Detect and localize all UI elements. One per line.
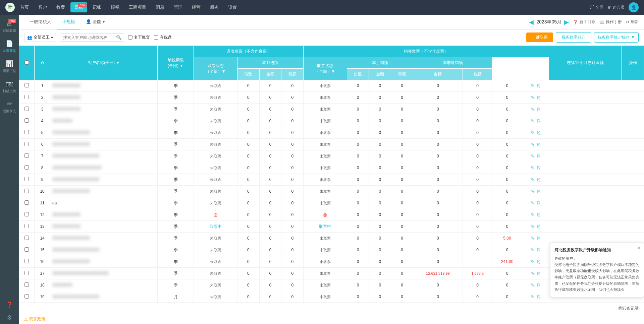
- tab-all[interactable]: 👤 全能 ▾: [80, 15, 110, 29]
- nav-ticket[interactable]: 票据 new: [70, 2, 87, 12]
- row-check[interactable]: [24, 236, 29, 240]
- edit-btn[interactable]: ✎: [530, 211, 535, 218]
- row-check[interactable]: [24, 142, 29, 146]
- copy-btn[interactable]: ⎘: [537, 235, 541, 242]
- row-check[interactable]: [24, 107, 29, 111]
- copy-btn[interactable]: ⎘: [537, 294, 541, 300]
- copy-btn[interactable]: ⎘: [537, 153, 541, 159]
- row-check[interactable]: [24, 282, 29, 287]
- under-account-checkbox[interactable]: 名下账套: [128, 35, 150, 40]
- copy-btn[interactable]: ⎘: [537, 176, 541, 183]
- copy-btn[interactable]: ⎘: [537, 106, 541, 113]
- row-check[interactable]: [24, 294, 29, 299]
- member-btn[interactable]: ♛ 购会员: [607, 5, 625, 10]
- row-check[interactable]: [24, 247, 29, 252]
- edit-btn[interactable]: ✎: [530, 270, 535, 277]
- th-customer-name[interactable]: 客户名称(全部) ▼: [50, 46, 158, 80]
- copy-btn[interactable]: ⎘: [537, 118, 541, 124]
- refresh-btn[interactable]: ↺ 刷新: [626, 19, 639, 25]
- has-tax-disk-check[interactable]: [154, 35, 158, 40]
- fullscreen-btn[interactable]: ⛶ 全屏: [590, 5, 603, 10]
- has-tax-disk-checkbox[interactable]: 有税盘: [154, 35, 172, 40]
- row-checkbox[interactable]: [19, 104, 35, 115]
- tab-general-taxpayer[interactable]: 一般纳税人: [24, 15, 57, 29]
- one-key-fetch-btn[interactable]: 一键取票: [526, 33, 553, 42]
- edit-btn[interactable]: ✎: [530, 258, 535, 265]
- copy-btn[interactable]: ⎘: [537, 129, 541, 136]
- row-checkbox[interactable]: [19, 291, 35, 303]
- copy-btn[interactable]: ⎘: [537, 200, 541, 206]
- sidebar-item-invoice-open[interactable]: 📄 发票开具: [1, 37, 18, 56]
- row-checkbox[interactable]: [19, 221, 35, 233]
- row-checkbox[interactable]: [19, 186, 35, 197]
- notification-close-btn[interactable]: ✕: [637, 246, 641, 251]
- row-check[interactable]: [24, 153, 29, 158]
- tax-policy-bar[interactable]: ⚠ 税务政策: [19, 314, 644, 324]
- nav-accounting[interactable]: 记账: [89, 2, 105, 12]
- edit-btn[interactable]: ✎: [530, 200, 535, 206]
- row-checkbox[interactable]: [19, 127, 35, 139]
- row-checkbox[interactable]: [19, 256, 35, 268]
- row-checkbox[interactable]: [19, 233, 35, 244]
- row-check[interactable]: [24, 165, 29, 170]
- row-checkbox[interactable]: [19, 162, 35, 174]
- row-check[interactable]: [24, 95, 29, 99]
- copy-btn[interactable]: ⎘: [537, 247, 541, 253]
- row-check[interactable]: [24, 200, 29, 205]
- nav-management[interactable]: 管理: [170, 2, 186, 12]
- copy-btn[interactable]: ⎘: [537, 282, 541, 288]
- row-check[interactable]: [24, 130, 29, 134]
- copy-btn[interactable]: ⎘: [537, 141, 541, 148]
- edit-btn[interactable]: ✎: [530, 235, 535, 242]
- edit-btn[interactable]: ✎: [530, 82, 535, 89]
- edit-btn[interactable]: ✎: [530, 94, 535, 101]
- edit-btn[interactable]: ✎: [530, 247, 535, 253]
- sidebar-item-help[interactable]: ❓: [1, 299, 18, 311]
- customer-search-btn[interactable]: 🔍: [114, 34, 124, 41]
- edit-btn[interactable]: ✎: [530, 176, 535, 183]
- tab-small-scale[interactable]: 小规模: [57, 15, 80, 29]
- nav-settings[interactable]: 设置: [224, 2, 241, 12]
- edit-btn[interactable]: ✎: [530, 165, 535, 171]
- nav-service[interactable]: 服务: [206, 2, 223, 12]
- row-checkbox[interactable]: [19, 279, 35, 291]
- row-check[interactable]: [24, 259, 29, 263]
- edit-btn[interactable]: ✎: [530, 118, 535, 124]
- copy-btn[interactable]: ⎘: [537, 165, 541, 171]
- row-checkbox[interactable]: [19, 150, 35, 162]
- copy-btn[interactable]: ⎘: [537, 258, 541, 265]
- nav-tax[interactable]: 报税: [107, 2, 123, 12]
- nav-customer[interactable]: 客户: [34, 2, 51, 12]
- edit-btn[interactable]: ✎: [530, 282, 535, 288]
- th-tax-period[interactable]: 纳税期限(全部) ▼: [157, 46, 194, 80]
- edit-btn[interactable]: ✎: [530, 129, 535, 136]
- row-checkbox[interactable]: [19, 115, 35, 127]
- nav-fee[interactable]: 收费: [52, 2, 69, 12]
- under-account-check[interactable]: [128, 35, 132, 40]
- customer-search-input[interactable]: [60, 34, 114, 41]
- th-in-status[interactable]: 取票状态（全部）▼: [194, 57, 237, 80]
- copy-btn[interactable]: ⎘: [537, 82, 541, 89]
- nav-business[interactable]: 工商项目: [125, 2, 150, 12]
- edit-btn[interactable]: ✎: [530, 294, 535, 300]
- row-checkbox[interactable]: [19, 197, 35, 209]
- nav-message[interactable]: 消息: [152, 2, 168, 12]
- edit-btn[interactable]: ✎: [530, 188, 535, 195]
- new-guide-btn[interactable]: ❓ 新手引导: [573, 19, 595, 25]
- sidebar-item-smart-ticket[interactable]: 🖨 智能取票 new: [1, 17, 18, 36]
- th-checkbox[interactable]: [19, 46, 35, 80]
- copy-btn[interactable]: ⎘: [537, 94, 541, 101]
- copy-btn[interactable]: ⎘: [537, 211, 541, 218]
- nav-home[interactable]: 首页: [16, 2, 33, 12]
- select-all-checkbox[interactable]: [24, 60, 29, 65]
- copy-btn[interactable]: ⎘: [537, 223, 541, 230]
- edit-btn[interactable]: ✎: [530, 141, 535, 148]
- period-prev-btn[interactable]: ◀: [529, 18, 534, 26]
- sidebar-item-summary[interactable]: 📊 票据汇总: [1, 57, 18, 76]
- row-check[interactable]: [24, 83, 29, 87]
- edit-btn[interactable]: ✎: [530, 153, 535, 159]
- row-check[interactable]: [24, 118, 29, 123]
- employee-select[interactable]: 👥 全部员工 ▾: [24, 33, 56, 42]
- row-check[interactable]: [24, 189, 29, 193]
- copy-btn[interactable]: ⎘: [537, 188, 541, 195]
